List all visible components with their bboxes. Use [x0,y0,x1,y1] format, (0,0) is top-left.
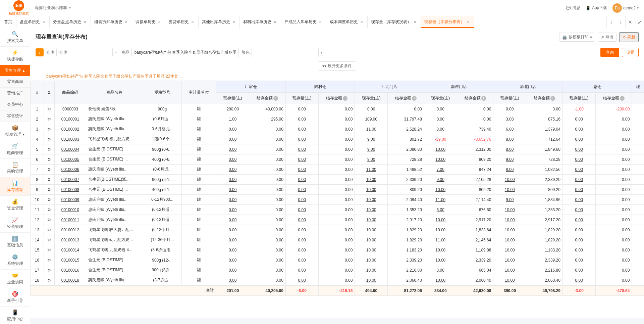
close-icon[interactable]: ✕ [318,20,323,25]
cell-factory-amt: 0.00 [249,225,286,235]
close-icon[interactable]: ✕ [231,20,236,25]
dropdown-arrow-icon: ▾ [69,6,71,10]
cell-index: 8 [31,175,44,185]
sidebar-item-system[interactable]: ⚙️ 系统管理 [0,251,30,270]
cell-factory-amt: 0.00 [249,265,286,275]
cell-unit: 罐 [182,154,216,165]
sidebar-item-retail-stats[interactable]: 零售统计 [0,110,30,122]
cell-factory-qty: 200.00 [216,104,249,114]
expand-conditions-btn[interactable]: ▾▾ 展开更多条件 [318,61,356,71]
tab-chengbentiaozhen[interactable]: 成本调整单历史 ✕ [326,16,368,28]
cell-lucun-amt: 0.00 [318,205,355,215]
cell-nanan-amt: 1,833.64 [457,225,493,235]
close-icon[interactable]: ✕ [190,20,195,25]
tab-expand-btn[interactable]: ⤢ [635,16,644,28]
sidebar-item-search[interactable]: 🔍 搜索英单 [0,28,30,47]
sidebar-item-wholesale[interactable]: 📦 批发管理 ▾ [0,122,30,140]
cell-index: 5 [31,144,44,154]
sidebar-item-purchase[interactable]: 📋 采购管理 [0,159,30,177]
sidebar-item-newguide[interactable]: 🎯 新手引导 [0,288,30,307]
sidebar-item-inventory[interactable]: 📊 库存核算 [0,177,30,196]
close-icon[interactable]: ✕ [466,20,471,25]
th-total-amt: 结存金额i [595,93,632,104]
tab-prev-btn[interactable]: ‹ [606,16,616,28]
sidebar-item-base-info[interactable]: ℹ️ 基础信息 [0,233,30,251]
cell-lucun-qty: 0.00 [285,235,318,245]
app-download-btn[interactable]: 📱 App下载 [586,5,607,11]
info-icon[interactable]: i [273,96,278,101]
sidebar-item-business[interactable]: 📈 经营管理 [0,214,30,233]
cell-gear: ⚙ [44,124,55,134]
cell-total-qty: 0.00 [562,275,595,286]
cell-factory-qty: 0.00 [216,185,249,195]
tab-chanchenpin[interactable]: 产成品入库单历史 ✕ [281,16,326,28]
sidebar-item-mall[interactable]: 零售商城 [0,76,30,88]
color-input[interactable] [252,48,319,57]
user-dropdown-icon: ▾ [637,6,639,10]
nav-tabs: 首页 盘点单历史 ✕ 分量盘点单历史 ✕ 组装拆卸单历史 ✕ 调拨单历史 ✕ 要… [0,16,644,28]
tab-xiancunliang-kuangkuang[interactable]: 现存量（库存状况表） ✕ [368,16,421,28]
tab-close-all-btn[interactable]: ✕ [625,16,635,28]
expand-arrow-btn[interactable]: › [36,48,44,56]
info-icon[interactable]: i [412,96,417,101]
close-icon[interactable]: ✕ [124,20,128,25]
industry-selector[interactable]: 母婴行业演示陈套 ▾ [35,5,71,11]
tab-fenliangpandian[interactable]: 分量盘点单历史 ✕ [50,16,91,28]
export-icon: ↗ [601,35,604,40]
cell-name: 合生元 (BIOSTIME) ... [86,154,143,165]
tab-zuzhuangchaijie[interactable]: 组装拆卸单历史 ✕ [91,16,132,28]
cell-index: 2 [31,114,44,124]
info-icon[interactable]: i [550,96,555,101]
tab-qitachuku[interactable]: 其他出库单历史 ✕ [199,16,240,28]
setting-btn[interactable]: 设置 [622,48,639,57]
sidebar-item-quicknav[interactable]: ⚡ 快捷导航 [0,47,30,65]
cell-lucun-qty: 0.00 [285,255,318,265]
close-icon[interactable]: ✕ [157,20,162,25]
info-icon[interactable]: i [481,96,486,101]
sidebar-item-members[interactable]: 会员中心 [0,99,30,110]
sidebar-label: 零售管理 [5,68,21,74]
tab-xiancunliang-fenbiao[interactable]: 现存量（库存分布表） ✕ [421,16,474,28]
goods-input[interactable] [131,48,239,57]
appcenter-icon: 📱 [1,309,29,316]
close-icon[interactable]: ✕ [41,20,46,25]
print-btn[interactable]: 🖨️ 按模板打印 ▾ [559,33,595,42]
cell-unit: 罐 [182,144,216,154]
warehouse-ellipsis[interactable]: ··· [115,50,119,55]
close-icon[interactable]: ✕ [273,20,277,25]
tab-yaohuo[interactable]: 要货单历史 ✕ [165,16,199,28]
warehouse-input[interactable] [56,48,113,57]
tab-liaochuku[interactable]: 材料出库单历史 ✕ [240,16,281,28]
tab-pandian[interactable]: 盘点单历史 ✕ [16,16,50,28]
cell-extra [632,205,644,215]
sidebar-item-finance[interactable]: 💰 资金管理 [0,196,30,214]
th-lucun-qty: 现存量(主) [285,93,318,104]
close-icon[interactable]: ✕ [83,20,87,25]
guide-icon: 🎯 [1,291,29,297]
cell-nanan-amt: 2,060.40 [457,275,493,286]
close-icon[interactable]: ✕ [359,20,364,25]
export-btn[interactable]: ↗ 导出 [598,33,616,42]
sidebar-item-appcenter[interactable]: 📱 应用中心 [0,307,30,324]
user-menu[interactable]: Ea demo2 ▾ [612,3,639,13]
query-btn[interactable]: 查询 [600,48,619,57]
message-btn[interactable]: 💬 消息 [566,5,580,11]
cell-extra [632,114,644,124]
sidebar-item-retail-group[interactable]: 零售管理 ▲ [0,65,30,76]
sidebar-item-ecommerce[interactable]: 🛒 电商管理 [0,140,30,159]
tab-diaobodan[interactable]: 调拨单历史 ✕ [132,16,165,28]
cell-yubei-amt: 2,216.80 [526,265,563,275]
top-bar-right: 💬 消息 📱 App下载 Ea demo2 ▾ [566,3,639,13]
purchase-icon: 📋 [1,161,29,168]
cell-unit: 罐 [182,175,216,185]
table-row: 7 ⚙ 00100006 惠氏启赋 (Wyeth illu... (0-6月适.… [31,165,644,175]
info-icon[interactable]: i [343,96,347,101]
refresh-btn[interactable]: ↺ 刷新 [619,32,639,42]
close-icon[interactable]: ✕ [413,20,417,25]
info-icon[interactable]: i [620,96,625,101]
tab-next-btn[interactable]: › [616,16,625,28]
sidebar-item-collab[interactable]: 🤝 企业协同 [0,270,30,288]
table-row: 9 ⚙ 00100008 合生元 (BIOSTIME) ... 400g (6-… [31,185,644,195]
sidebar-item-marketing[interactable]: 营销推广 [0,88,30,99]
tab-home[interactable]: 首页 [0,16,16,28]
